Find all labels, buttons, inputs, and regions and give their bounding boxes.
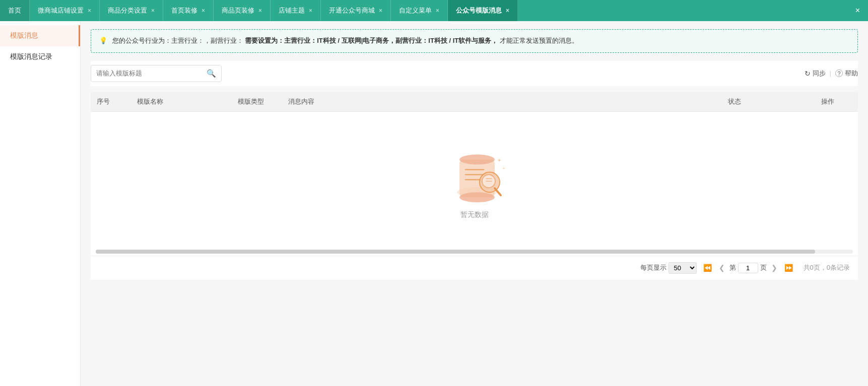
page-total: 共0页，0条记录 xyxy=(804,263,850,272)
sidebar: 模版消息模版消息记录 xyxy=(0,21,81,386)
col-type: 模版类型 xyxy=(232,92,282,111)
last-page-button[interactable]: ⏩ xyxy=(782,263,795,273)
next-page-button[interactable]: ❯ xyxy=(769,263,780,273)
tab-label-home: 首页 xyxy=(8,6,21,15)
sidebar-item-template-record[interactable]: 模版消息记录 xyxy=(0,46,80,67)
page-nav: ⏪ ❮ 第 页 ❯ ⏩ xyxy=(701,263,795,273)
sync-label: 同步 xyxy=(813,69,826,78)
tab-open-mall[interactable]: 开通公众号商城× xyxy=(321,0,391,21)
tab-close-home-decor[interactable]: × xyxy=(202,7,205,14)
tab-shop-settings[interactable]: 微商城店铺设置× xyxy=(30,0,100,21)
notice-suffix: 才能正常发送预置的消息。 xyxy=(500,37,578,44)
tab-close-product-category[interactable]: × xyxy=(151,7,155,14)
page-size-label: 每页显示 xyxy=(640,263,666,272)
tab-label-product-decor: 商品页装修 xyxy=(222,6,254,15)
notice-prefix: 您的公众号行业为：主营行业：，副营行业： xyxy=(112,37,243,44)
col-action: 操作 xyxy=(797,92,858,111)
tab-label-custom-menu: 自定义菜单 xyxy=(399,6,432,15)
tab-close-product-decor[interactable]: × xyxy=(258,7,262,14)
tab-close-open-mall[interactable]: × xyxy=(379,7,382,14)
data-table: 序号 模版名称 模版类型 消息内容 状态 操作 xyxy=(91,92,858,256)
tab-close-custom-menu[interactable]: × xyxy=(436,7,439,14)
tab-close-shop-settings[interactable]: × xyxy=(88,7,91,14)
tab-label-home-decor: 首页装修 xyxy=(171,6,197,15)
help-icon: ? xyxy=(835,69,843,77)
tab-label-product-category: 商品分类设置 xyxy=(108,6,147,15)
svg-point-3 xyxy=(459,192,495,202)
search-input[interactable] xyxy=(96,69,207,77)
tab-custom-menu[interactable]: 自定义菜单× xyxy=(391,0,448,21)
help-label: 帮助 xyxy=(845,69,858,78)
notice-banner: 💡 您的公众号行业为：主营行业：，副营行业： 需要设置为：主营行业：IT科技 /… xyxy=(91,29,858,53)
table-header: 序号 模版名称 模版类型 消息内容 状态 操作 xyxy=(91,92,858,112)
notice-highlight: 需要设置为：主营行业：IT科技 / 互联网|电子商务，副营行业：IT科技 / I… xyxy=(245,37,498,44)
tab-label-shop-theme: 店铺主题 xyxy=(279,6,305,15)
sync-button[interactable]: ↻ 同步 xyxy=(805,69,826,78)
divider: | xyxy=(830,69,831,77)
help-button[interactable]: ? 帮助 xyxy=(835,69,858,78)
scroll-indicator[interactable] xyxy=(96,250,853,254)
tab-home-decor[interactable]: 首页装修× xyxy=(163,0,214,21)
svg-text:✦: ✦ xyxy=(497,158,501,163)
empty-illustration: ✦ ✦ xyxy=(444,142,505,202)
tab-label-open-mall: 开通公众号商城 xyxy=(329,6,375,15)
tab-label-shop-settings: 微商城店铺设置 xyxy=(38,6,84,15)
col-status: 状态 xyxy=(722,92,797,111)
empty-text: 暂无数据 xyxy=(460,210,489,219)
prev-page-button[interactable]: ❮ xyxy=(716,263,727,273)
scroll-thumb xyxy=(96,250,815,254)
search-input-wrap[interactable]: 🔍 xyxy=(91,65,222,82)
main-layout: 模版消息模版消息记录 💡 您的公众号行业为：主营行业：，副营行业： 需要设置为：… xyxy=(0,21,868,386)
tab-close-template-msg[interactable]: × xyxy=(506,7,509,14)
page-number-input[interactable] xyxy=(738,263,758,273)
tab-bar: 首页微商城店铺设置×商品分类设置×首页装修×商品页装修×店铺主题×开通公众号商城… xyxy=(0,0,868,21)
pagination-bar: 每页显示 50 10 20 100 ⏪ ❮ 第 页 ❯ ⏩ 共0页， xyxy=(91,256,858,280)
svg-point-2 xyxy=(459,155,495,165)
tab-product-decor[interactable]: 商品页装修× xyxy=(214,0,271,21)
search-icon[interactable]: 🔍 xyxy=(207,69,216,78)
close-all-tabs-button[interactable]: × xyxy=(847,0,868,21)
empty-svg: ✦ ✦ xyxy=(444,142,510,207)
page-input-group: 第 页 xyxy=(729,263,767,273)
tab-close-shop-theme[interactable]: × xyxy=(309,7,312,14)
sync-icon: ↻ xyxy=(805,69,811,78)
page-size-select: 每页显示 50 10 20 100 xyxy=(640,262,697,274)
col-name: 模版名称 xyxy=(131,92,232,111)
page-size-dropdown[interactable]: 50 10 20 100 xyxy=(669,262,697,274)
search-actions: ↻ 同步 | ? 帮助 xyxy=(805,69,858,78)
first-page-button[interactable]: ⏪ xyxy=(701,263,714,273)
tab-shop-theme[interactable]: 店铺主题× xyxy=(271,0,321,21)
tab-product-category[interactable]: 商品分类设置× xyxy=(100,0,163,21)
col-seq: 序号 xyxy=(91,92,131,111)
col-content: 消息内容 xyxy=(282,92,722,111)
bulb-icon: 💡 xyxy=(99,37,107,44)
page-label: 第 xyxy=(729,263,736,272)
svg-text:✦: ✦ xyxy=(502,167,505,170)
tab-template-msg[interactable]: 公众号模版消息× xyxy=(448,0,518,21)
tab-label-template-msg: 公众号模版消息 xyxy=(456,6,502,15)
sidebar-item-template-msg[interactable]: 模版消息 xyxy=(0,25,80,46)
page-unit: 页 xyxy=(760,263,767,272)
search-bar: 🔍 ↻ 同步 | ? 帮助 xyxy=(91,61,858,86)
content-area: 💡 您的公众号行业为：主营行业：，副营行业： 需要设置为：主营行业：IT科技 /… xyxy=(81,21,868,386)
tab-home[interactable]: 首页 xyxy=(0,0,30,21)
empty-state: ✦ ✦ 暂无数据 xyxy=(91,112,858,250)
